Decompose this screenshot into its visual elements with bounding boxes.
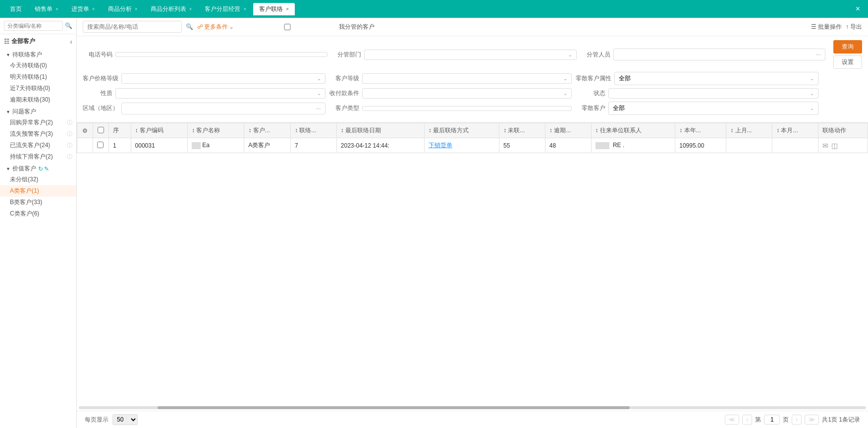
close-icon[interactable]: × [189, 6, 192, 12]
col-last-month[interactable]: ↕ 上月... [726, 123, 772, 138]
setting-button[interactable]: 设置 [833, 55, 862, 69]
sidebar-item-b-class[interactable]: B类客户(33) [0, 197, 76, 208]
col-checkbox[interactable] [93, 123, 109, 138]
filter-input-region[interactable]: ··· [121, 103, 326, 114]
col-last-method[interactable]: ↕ 最后联络方式 [424, 123, 499, 138]
page-number-input[interactable] [764, 415, 780, 425]
query-button[interactable]: 查询 [833, 40, 862, 54]
export-button[interactable]: ↑ 导出 [846, 23, 862, 31]
sidebar-group-pending[interactable]: ▼ 待联络客户 [0, 49, 76, 60]
filter-input-phone[interactable] [115, 52, 327, 57]
chat-icon[interactable]: ✉ [822, 142, 828, 150]
nav-tab-customer-segment[interactable]: 客户分层经营 × [199, 3, 252, 15]
filter-select-status[interactable]: ⌄ [608, 88, 818, 99]
col-contact[interactable]: ↕ 联络... [291, 123, 337, 138]
sidebar-item-churned[interactable]: 已流失客户(24) ⓘ [0, 140, 76, 151]
sidebar-group-problem[interactable]: ▼ 问题客户 [0, 106, 76, 117]
chevron-down-icon: ⌄ [563, 76, 567, 81]
next-page-button[interactable]: › [792, 415, 802, 425]
nav-tab-customer-contact[interactable]: 客户联络 × [253, 3, 295, 15]
collapse-icon[interactable]: ‹ [70, 38, 72, 46]
first-page-button[interactable]: ≪ [725, 415, 739, 425]
help-icon[interactable]: ⓘ [67, 142, 72, 149]
filter-select-payment[interactable]: ⌄ [362, 88, 572, 99]
col-not-contact[interactable]: ↕ 未联... [499, 123, 545, 138]
prev-page-button[interactable]: ‹ [742, 415, 752, 425]
close-icon[interactable]: × [286, 6, 289, 12]
sidebar-item-churn-warning[interactable]: 流失预警客户(3) ⓘ [0, 128, 76, 140]
filter-select-scattered[interactable]: 全部 ⌄ [608, 102, 818, 115]
col-name[interactable]: ↕ 客户名称 [187, 123, 244, 138]
edit-icon[interactable]: ✎ [44, 165, 49, 172]
help-icon[interactable]: ⓘ [67, 119, 72, 126]
search-input[interactable] [83, 21, 182, 33]
close-icon[interactable]: × [243, 6, 246, 12]
sidebar-item-today[interactable]: 今天待联络(0) [0, 60, 76, 71]
cell-checkbox[interactable] [93, 138, 109, 153]
my-customers-check[interactable] [238, 24, 337, 30]
help-icon[interactable]: ⓘ [67, 130, 72, 138]
row-checkbox[interactable] [97, 142, 104, 148]
col-this-month[interactable]: ↕ 本月... [772, 123, 818, 138]
col-this-year[interactable]: ↕ 本年... [675, 123, 726, 138]
sidebar-item-7days[interactable]: 近7天待联络(0) [0, 83, 76, 94]
sidebar-all-customers[interactable]: ☷ 全部客户 ‹ [0, 34, 76, 49]
close-window-icon[interactable]: × [852, 2, 864, 15]
col-overdue[interactable]: ↕ 逾期... [545, 123, 591, 138]
filter-select-dept[interactable]: ⌄ [364, 50, 576, 60]
data-table-container: ⚙ 序 ↕ 客户编码 ↕ 客户名称 ↕ 客户... ↕ 联络... ↕ 最后联络… [77, 122, 868, 405]
sidebar-item-ungrouped[interactable]: 未分组(32) [0, 174, 76, 185]
help-icon[interactable]: ⓘ [67, 153, 72, 160]
per-page-select[interactable]: 50 100 200 [112, 414, 138, 425]
sidebar-search-input[interactable] [4, 21, 63, 31]
filter-select-scattered-attr[interactable]: 全部 ⌄ [614, 72, 818, 85]
nav-tab-sales[interactable]: 销售单 × [29, 3, 64, 15]
footer-pagination: 每页显示 50 100 200 ≪ ‹ 第 页 › ≫ 共1页 1条记录 [77, 411, 868, 428]
advanced-filters: 电话号码 分管部门 ⌄ 分管人员 ··· [77, 36, 868, 122]
select-all-checkbox[interactable] [98, 127, 104, 133]
filter-select-nature[interactable]: ⌄ [115, 88, 326, 99]
sidebar-item-c-class[interactable]: C类客户(6) [0, 208, 76, 219]
sidebar-group-value[interactable]: ▼ 价值客户 ↻ ✎ [0, 162, 76, 174]
close-icon[interactable]: × [135, 6, 138, 12]
refresh-icon[interactable]: ↻ [38, 165, 43, 172]
cell-action: ✉ ◫ [818, 138, 868, 153]
filter-status: 状态 ⌄ [576, 88, 818, 99]
last-page-button[interactable]: ≫ [805, 415, 819, 425]
horizontal-scrollbar[interactable] [77, 405, 868, 411]
filter-select-customer-level[interactable]: ⌄ [362, 73, 572, 84]
chevron-down-icon: ⌄ [317, 76, 321, 81]
search-icon[interactable]: 🔍 [65, 22, 72, 29]
search-icon[interactable]: 🔍 [186, 23, 193, 30]
close-icon[interactable]: × [92, 6, 95, 12]
nav-home[interactable]: 首页 [4, 3, 28, 15]
sidebar-item-tomorrow[interactable]: 明天待联络(1) [0, 71, 76, 83]
sidebar-item-declining[interactable]: 持续下滑客户(2) ⓘ [0, 151, 76, 162]
last-method-link[interactable]: 下销货单 [429, 142, 452, 149]
col-last-date[interactable]: ↕ 最后联络日期 [336, 123, 424, 138]
filter-label-price-level: 客户价格等级 [83, 74, 118, 83]
triangle-icon: ▼ [6, 166, 10, 171]
qr-icon[interactable]: ◫ [831, 142, 838, 150]
close-icon[interactable]: × [55, 6, 58, 12]
nav-tab-purchase[interactable]: 进货单 × [65, 3, 101, 15]
chevron-down-icon: ⌄ [563, 91, 567, 96]
sidebar-item-overdue[interactable]: 逾期未联络(30) [0, 94, 76, 106]
my-customers-checkbox[interactable]: 我分管的客户 [238, 23, 375, 31]
col-code[interactable]: ↕ 客户编码 [131, 123, 187, 138]
scrollbar-thumb[interactable] [158, 406, 630, 409]
more-conditions-button[interactable]: ☍ 更多条件 ⌄ [197, 23, 234, 31]
cell-last-method: 下销货单 [424, 138, 499, 153]
filter-input-manager[interactable]: ··· [613, 49, 825, 60]
col-level[interactable]: ↕ 客户... [244, 123, 291, 138]
sidebar-item-a-class[interactable]: A类客户(1) [0, 185, 76, 197]
batch-op-button[interactable]: ☰ 批量操作 [811, 23, 842, 31]
filter-input-customer-type[interactable] [362, 106, 572, 111]
col-contact-person[interactable]: ↕ 往来单位联系人 [591, 123, 675, 138]
col-gear[interactable]: ⚙ [77, 123, 93, 138]
nav-tab-product-analysis-list[interactable]: 商品分析列表 × [145, 3, 198, 15]
filter-label-manager: 分管人员 [581, 51, 610, 59]
filter-select-price-level[interactable]: ⌄ [121, 73, 326, 84]
sidebar-item-abnormal-repurchase[interactable]: 回购异常客户(2) ⓘ [0, 117, 76, 128]
nav-tab-product-analysis[interactable]: 商品分析 × [102, 3, 144, 15]
